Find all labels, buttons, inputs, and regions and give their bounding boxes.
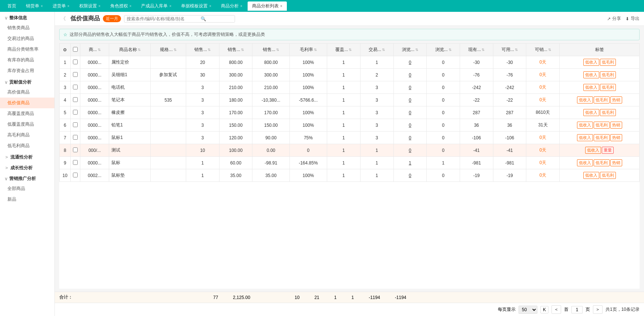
collapse-icon[interactable]: ∨ bbox=[4, 176, 8, 181]
close-icon[interactable]: × bbox=[209, 4, 211, 8]
view1-link[interactable]: 0 bbox=[409, 72, 412, 78]
cell-view1[interactable]: 0 bbox=[393, 119, 427, 132]
sidebar-item-low-coverage[interactable]: 低覆盖度商品 bbox=[0, 119, 54, 130]
col-spec[interactable]: 规格...⇅ bbox=[150, 44, 186, 56]
sidebar-group-marketing[interactable]: ∨ 营销推广分析 bbox=[0, 173, 54, 183]
close-icon[interactable]: × bbox=[240, 4, 242, 8]
view1-link[interactable]: 0 bbox=[409, 148, 412, 153]
page-number-input[interactable] bbox=[571, 306, 583, 313]
row-checkbox[interactable] bbox=[73, 85, 78, 89]
view1-link[interactable]: 0 bbox=[409, 135, 412, 140]
nav-permissions[interactable]: 权限设置 × bbox=[75, 1, 105, 11]
cell-view1[interactable]: 0 bbox=[393, 106, 427, 119]
cell-view1[interactable]: 0 bbox=[393, 132, 427, 144]
sidebar-item-low-margin[interactable]: 低毛利商品 bbox=[0, 140, 54, 151]
close-icon[interactable]: × bbox=[41, 4, 43, 8]
cell-view1[interactable]: 0 bbox=[393, 56, 427, 69]
col-sales-price[interactable]: 销售...⇅ bbox=[219, 44, 252, 56]
sidebar-group-growth[interactable]: ＞ 成长性分析 bbox=[0, 162, 54, 173]
sidebar-item-low-value[interactable]: 低价值商品 bbox=[0, 98, 54, 108]
cell-view1[interactable]: 0 bbox=[393, 94, 427, 106]
sidebar-collapse-button[interactable]: 《 bbox=[59, 16, 67, 22]
close-icon[interactable]: × bbox=[98, 4, 101, 8]
col-view1[interactable]: 浏览...⇅ bbox=[393, 44, 427, 56]
nav-home[interactable]: 首页 bbox=[3, 1, 21, 11]
nav-template-settings[interactable]: 单据模板设置 × bbox=[177, 1, 216, 11]
sidebar-item-stock-products[interactable]: 有库存的商品 bbox=[0, 55, 54, 65]
col-sales-qty[interactable]: 销售...⇅ bbox=[186, 44, 219, 56]
nav-purchase-order[interactable]: 进货单 × bbox=[48, 1, 74, 11]
cell-view1[interactable]: 0 bbox=[393, 169, 427, 182]
view1-link[interactable]: 1 bbox=[409, 160, 412, 166]
col-trade[interactable]: 交易...⇅ bbox=[360, 44, 393, 56]
cell-view1[interactable]: 0 bbox=[393, 144, 427, 157]
row-checkbox[interactable] bbox=[73, 135, 78, 140]
close-icon[interactable]: × bbox=[169, 4, 171, 8]
sidebar-group-overall[interactable]: ∨ 整体信息 bbox=[0, 12, 54, 23]
share-button[interactable]: ↗ 分享 bbox=[607, 16, 621, 22]
col-gross-rate[interactable]: 毛利率⇅ bbox=[289, 44, 327, 56]
row-checkbox[interactable] bbox=[73, 110, 78, 115]
cell-checkbox[interactable] bbox=[71, 119, 80, 132]
row-checkbox[interactable] bbox=[73, 72, 78, 77]
cell-checkbox[interactable] bbox=[71, 132, 80, 144]
cell-view1[interactable]: 0 bbox=[393, 81, 427, 94]
cell-checkbox[interactable] bbox=[71, 69, 80, 81]
view1-link[interactable]: 0 bbox=[409, 173, 412, 178]
select-all-checkbox[interactable] bbox=[73, 47, 78, 52]
col-checkbox[interactable] bbox=[71, 44, 80, 56]
col-coverage[interactable]: 覆盖...⇅ bbox=[327, 44, 360, 56]
cell-checkbox[interactable] bbox=[71, 157, 80, 169]
first-page-button[interactable]: K bbox=[540, 306, 549, 313]
collapse-icon[interactable]: ∨ bbox=[4, 16, 8, 21]
view1-link[interactable]: 0 bbox=[409, 60, 412, 65]
cell-checkbox[interactable] bbox=[71, 56, 80, 69]
sidebar-item-high-margin[interactable]: 高毛利商品 bbox=[0, 130, 54, 140]
sidebar-item-new-products[interactable]: 新品 bbox=[0, 194, 54, 205]
close-icon[interactable]: × bbox=[67, 4, 70, 8]
col-current[interactable]: 现有...⇅ bbox=[460, 44, 493, 56]
sidebar-group-circulation[interactable]: ＞ 流通性分析 bbox=[0, 151, 54, 162]
view1-link[interactable]: 0 bbox=[409, 110, 412, 115]
filter-recent-month[interactable]: 近一月 bbox=[103, 15, 121, 22]
col-name[interactable]: 商品名称⇅ bbox=[109, 44, 151, 56]
sidebar-item-high-coverage[interactable]: 高覆盖度商品 bbox=[0, 108, 54, 119]
close-icon[interactable]: × bbox=[280, 4, 282, 8]
collapse-icon[interactable]: ＞ bbox=[4, 154, 9, 160]
collapse-icon[interactable]: ∨ bbox=[4, 80, 8, 85]
sidebar-item-high-value[interactable]: 高价值商品 bbox=[0, 87, 54, 98]
prev-page-button[interactable]: ＜ bbox=[551, 305, 561, 314]
sidebar-group-contribution[interactable]: ∨ 贡献值分析 bbox=[0, 76, 54, 87]
cell-checkbox[interactable] bbox=[71, 169, 80, 182]
close-icon[interactable]: × bbox=[130, 4, 132, 8]
sidebar-item-stock-capital[interactable]: 库存资金占用 bbox=[0, 65, 54, 76]
cell-checkbox[interactable] bbox=[71, 144, 80, 157]
col-settings[interactable]: ⚙ bbox=[60, 44, 71, 56]
col-available[interactable]: 可用...⇅ bbox=[493, 44, 526, 56]
cell-checkbox[interactable] bbox=[71, 81, 80, 94]
row-checkbox[interactable] bbox=[73, 60, 78, 64]
next-page-button[interactable]: ＞ bbox=[593, 305, 603, 314]
row-checkbox[interactable] bbox=[73, 147, 78, 152]
cell-checkbox[interactable] bbox=[71, 94, 80, 106]
sidebar-item-all-products[interactable]: 全部商品 bbox=[0, 183, 54, 194]
col-sellable[interactable]: 可销...⇅ bbox=[526, 44, 560, 56]
cell-view1[interactable]: 0 bbox=[393, 69, 427, 81]
page-size-select[interactable]: 50 20 100 bbox=[519, 306, 537, 314]
col-code[interactable]: 商...⇅ bbox=[80, 44, 109, 56]
view1-link[interactable]: 0 bbox=[409, 98, 412, 103]
sidebar-item-traded-products[interactable]: 交易过的商品 bbox=[0, 33, 54, 44]
view1-link[interactable]: 0 bbox=[409, 123, 412, 128]
nav-role-auth[interactable]: 角色授权 × bbox=[106, 1, 136, 11]
row-checkbox[interactable] bbox=[73, 173, 78, 177]
cell-view1[interactable]: 1 bbox=[393, 157, 427, 169]
row-checkbox[interactable] bbox=[73, 122, 78, 127]
col-view2[interactable]: 浏览...⇅ bbox=[427, 44, 460, 56]
nav-product-analysis-list[interactable]: 商品分析列表 × bbox=[248, 1, 287, 11]
sidebar-item-sales-products[interactable]: 销售类商品 bbox=[0, 23, 54, 33]
nav-product-analysis[interactable]: 商品分析 × bbox=[217, 1, 247, 11]
nav-sales-order[interactable]: 销货单 × bbox=[21, 1, 47, 11]
sidebar-item-category-sales[interactable]: 商品分类销售率 bbox=[0, 44, 54, 55]
nav-product-instock[interactable]: 产成品入库单 × bbox=[137, 1, 176, 11]
view1-link[interactable]: 0 bbox=[409, 85, 412, 90]
